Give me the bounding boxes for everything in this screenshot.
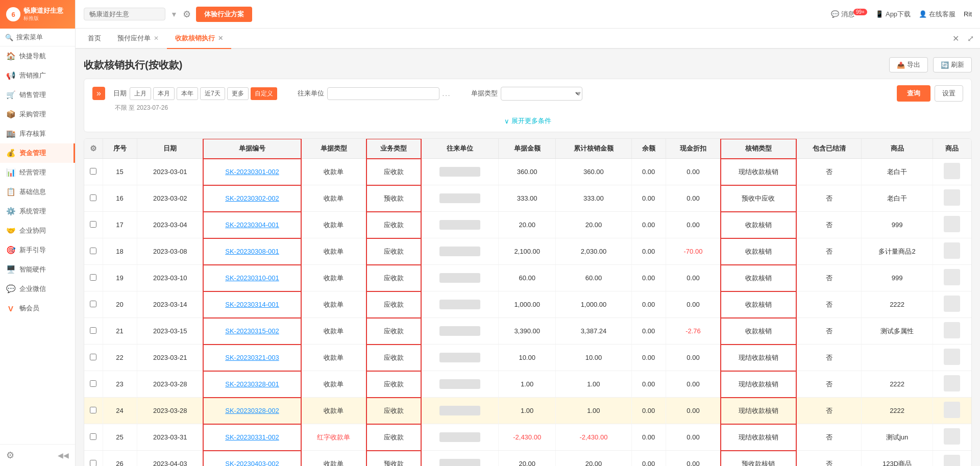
date-btn-last-month[interactable]: 上月 [130,87,151,100]
app-download-group[interactable]: 📱 App下载 [875,10,911,19]
date-btn-7days[interactable]: 近7天 [200,87,225,100]
sidebar-item-capital[interactable]: 💰 资金管理 [0,143,75,163]
row-checkbox[interactable] [90,380,96,387]
chevron-down-icon[interactable]: ▼ [170,10,178,18]
online-service-group[interactable]: 👤 在线客服 [919,10,955,19]
partner-input[interactable] [327,87,439,100]
sidebar-item-system[interactable]: ⚙️ 系统管理 [0,202,75,221]
sidebar-item-sales[interactable]: 🛒 销售管理 [0,85,75,105]
sidebar-item-guide[interactable]: 🎯 新手引导 [0,240,75,260]
expand-button[interactable]: ∨ 展开更多条件 [504,116,551,126]
partner-dots[interactable]: ... [443,90,451,97]
sidebar-item-wechat[interactable]: 💬 企业微信 [0,279,75,299]
doc-no-link[interactable]: SK-20230302-002 [225,194,279,202]
cell-check[interactable] [84,451,103,467]
tab-home[interactable]: 首页 [80,29,109,49]
cell-check[interactable] [84,265,103,291]
cell-check[interactable] [84,371,103,398]
tab-prepay[interactable]: 预付应付单 ✕ [109,29,167,49]
doc-no-link[interactable]: SK-20230301-002 [225,168,279,176]
collapse-button[interactable]: ◀◀ [58,451,69,459]
cell-doc-no: SK-20230321-003 [203,345,301,371]
doc-no-link[interactable]: SK-20230308-001 [225,248,279,255]
expand-icon[interactable]: ⤢ [965,32,976,45]
sidebar-item-purchase[interactable]: 📦 采购管理 [0,105,75,124]
tab-collection-close[interactable]: ✕ [218,35,223,42]
sidebar-item-member[interactable]: V 畅会员 [0,299,75,318]
doc-no-link[interactable]: SK-20230310-001 [225,274,279,282]
cell-partner [421,185,498,212]
row-checkbox[interactable] [90,168,96,175]
row-checkbox[interactable] [90,327,96,334]
close-window-icon[interactable]: ✕ [950,32,961,45]
row-checkbox[interactable] [90,301,96,307]
cell-doc-type: 收款单 [301,371,366,398]
main-area: ▼ ⚙ 体验行业方案 💬 消息 99+ 📱 App下载 👤 在线客服 Rit 首… [76,0,980,466]
cell-check[interactable] [84,291,103,318]
table-scroll[interactable]: ⚙ 序号 日期 单据编号 单据类型 业务类型 往来单位 单据金额 累计核销金额 … [84,139,971,466]
search-menu[interactable]: 🔍 搜索菜单 [0,29,75,46]
date-label: 日期 [113,89,127,98]
row-checkbox[interactable] [90,460,96,467]
cell-cash-discount: 0.00 [666,185,721,212]
cell-check[interactable] [84,238,103,265]
cell-check[interactable] [84,159,103,185]
brand-input[interactable] [84,8,165,20]
cell-check[interactable] [84,424,103,451]
date-btn-this-month[interactable]: 本月 [153,87,175,100]
doc-no-link[interactable]: SK-20230314-001 [225,301,279,308]
cell-doc-type: 收款单 [301,398,366,424]
cell-check[interactable] [84,185,103,212]
sidebar-item-inventory[interactable]: 🏬 库存核算 [0,124,75,143]
row-checkbox[interactable] [90,274,96,281]
settings-icon[interactable]: ⚙ [6,450,14,461]
industry-btn[interactable]: 体验行业方案 [196,7,252,22]
row-checkbox[interactable] [90,194,96,201]
th-gear[interactable]: ⚙ [84,139,103,159]
gear-icon[interactable]: ⚙ [90,144,96,153]
row-checkbox[interactable] [90,248,96,254]
doc-no-link[interactable]: SK-20230403-002 [225,460,279,466]
row-checkbox[interactable] [90,221,96,228]
cell-include-settled: 否 [796,159,862,185]
tab-prepay-close[interactable]: ✕ [154,35,159,42]
sidebar-item-quick-nav[interactable]: 🏠 快捷导航 [0,46,75,66]
doc-no-link[interactable]: SK-20230321-003 [225,354,279,361]
sidebar-item-hardware[interactable]: 🖥️ 智能硬件 [0,260,75,279]
cell-include-settled: 否 [796,185,862,212]
user-name[interactable]: Rit [964,10,972,18]
cell-goods: 测试jun [862,424,933,451]
sidebar-item-operations[interactable]: 📊 经营管理 [0,163,75,182]
cell-check[interactable] [84,318,103,345]
date-btn-more[interactable]: 更多 [227,87,249,100]
date-btn-this-year[interactable]: 本年 [177,87,198,100]
doc-no-link[interactable]: SK-20230331-002 [225,433,279,441]
doc-no-link[interactable]: SK-20230328-002 [225,407,279,414]
row-checkbox[interactable] [90,354,96,360]
cell-date: 2023-03-01 [137,159,203,185]
tab-collection[interactable]: 收款核销执行 ✕ [167,29,231,49]
doc-no-link[interactable]: SK-20230328-001 [225,380,279,388]
row-checkbox[interactable] [90,433,96,440]
cell-check[interactable] [84,398,103,424]
cell-check[interactable] [84,345,103,371]
cell-check[interactable] [84,212,103,238]
date-btn-custom[interactable]: 自定义 [251,87,277,100]
settings-button[interactable]: 设置 [935,85,963,102]
sidebar-item-basic-info[interactable]: 📋 基础信息 [0,182,75,202]
row-checkbox[interactable] [90,407,96,413]
gear-icon[interactable]: ⚙ [183,9,191,20]
th-include-settled: 包含已结清 [796,139,862,159]
doc-no-link[interactable]: SK-20230304-001 [225,221,279,229]
filter-toggle[interactable]: » [92,87,105,100]
message-group[interactable]: 💬 消息 99+ [831,10,867,19]
doc-no-link[interactable]: SK-20230315-002 [225,327,279,335]
sidebar-item-enterprise[interactable]: 🤝 企业协同 [0,221,75,240]
export-button[interactable]: 📤 导出 [889,57,928,72]
query-button[interactable]: 查询 [897,85,930,102]
doc-type-select[interactable] [501,87,582,101]
sales-icon: 🛒 [6,90,15,100]
cell-doc-type: 收款单 [301,345,366,371]
sidebar-item-marketing[interactable]: 📢 营销推广 [0,66,75,85]
refresh-button[interactable]: 🔄 刷新 [933,57,972,72]
